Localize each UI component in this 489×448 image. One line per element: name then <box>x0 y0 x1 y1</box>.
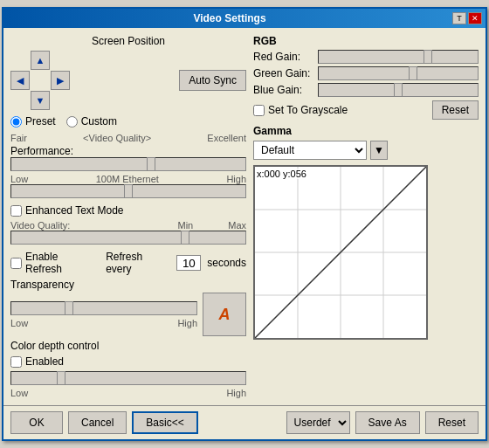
green-gain-row: Green Gain: <box>253 66 479 80</box>
cancel-button[interactable]: Cancel <box>68 411 127 434</box>
trans-sliders: Low High <box>10 301 197 328</box>
close-button[interactable]: ✕ <box>468 12 482 24</box>
gamma-curve-canvas[interactable]: x:000 y:056 <box>253 165 428 340</box>
transparency-inner: Low High A <box>10 293 246 336</box>
curve-coords: x:000 y:056 <box>257 169 306 179</box>
arrow-left-button[interactable]: ◀ <box>10 71 30 90</box>
arrow-grid: ▲ ◀ ▶ ▼ <box>10 51 70 110</box>
basic-button[interactable]: Basic<< <box>132 411 197 434</box>
arrow-down-button[interactable]: ▼ <box>31 91 50 110</box>
left-panel: Screen Position ▲ ◀ ▶ ▼ Auto Sync <box>10 35 246 398</box>
bottom-right-buttons: Userdef Save As Reset <box>286 411 479 434</box>
title-t-button[interactable]: T <box>452 12 466 24</box>
video-settings-window: Video Settings T ✕ Screen Position ▲ ◀ ▶ <box>2 7 487 441</box>
arrow-empty-tr <box>51 51 70 70</box>
preset-custom-row: Preset Custom <box>10 115 246 128</box>
seconds-label: seconds <box>207 257 246 269</box>
grayscale-row: Set To Grayscale Reset <box>253 100 479 120</box>
enabled-row: Enabled <box>10 355 246 368</box>
enable-refresh-label: Enable Refresh <box>25 251 97 275</box>
video-quality-section: Video Quality: Min Max <box>10 220 246 247</box>
cd-high-label: High <box>226 388 246 398</box>
bandwidth-labels: Low 100M Ethernet High <box>10 174 246 184</box>
transparency-label: Transparency <box>10 279 246 291</box>
main-content: Screen Position ▲ ◀ ▶ ▼ Auto Sync <box>3 28 486 405</box>
trans-high-label: High <box>177 318 197 328</box>
bandwidth-slider[interactable] <box>10 184 246 198</box>
trans-low-label: Low <box>10 318 28 328</box>
preset-radio-label[interactable]: Preset <box>10 115 56 128</box>
save-as-button[interactable]: Save As <box>355 411 420 434</box>
right-panel: RGB Red Gain: Green Gain: Blue Gain: Set… <box>253 35 479 398</box>
arrow-empty-tl <box>10 51 30 70</box>
blue-gain-label: Blue Gain: <box>253 84 314 96</box>
red-gain-row: Red Gain: <box>253 50 479 64</box>
gamma-arrow[interactable]: ▼ <box>370 141 388 160</box>
bw-low-label: Low <box>10 174 28 184</box>
transparency-slider[interactable] <box>10 301 197 315</box>
preset-radio[interactable] <box>10 116 22 128</box>
grayscale-checkbox[interactable] <box>253 105 265 116</box>
custom-label: Custom <box>81 115 117 128</box>
altusen-logo: A <box>203 293 246 336</box>
arrow-empty-bl <box>10 91 30 110</box>
performance-slider[interactable] <box>10 157 246 171</box>
enable-refresh-row: Enable Refresh Refresh every seconds <box>10 251 246 275</box>
reset-button[interactable]: Reset <box>425 411 479 434</box>
green-gain-label: Green Gain: <box>253 67 314 79</box>
enabled-checkbox[interactable] <box>10 356 22 368</box>
trans-labels: Low High <box>10 318 197 328</box>
bottom-left-buttons: OK Cancel Basic<< <box>10 411 198 434</box>
enable-refresh-checkbox[interactable] <box>10 258 22 269</box>
vq-label: Video Quality: <box>10 220 70 231</box>
transparency-section: Transparency Low High A <box>10 279 246 336</box>
performance-labels: Fair <Video Quality> Excellent <box>10 133 246 143</box>
userdef-select[interactable]: Userdef <box>286 411 350 434</box>
bottom-bar: OK Cancel Basic<< Userdef Save As Reset <box>3 405 486 439</box>
screen-position-section: Screen Position ▲ ◀ ▶ ▼ Auto Sync <box>10 35 246 110</box>
video-quality-slider[interactable] <box>10 231 246 245</box>
enhanced-text-label: Enhanced Text Mode <box>25 204 124 217</box>
red-gain-label: Red Gain: <box>253 51 314 63</box>
enhanced-text-row: Enhanced Text Mode <box>10 204 246 217</box>
performance-label: Performance: <box>10 145 246 157</box>
color-depth-slider[interactable] <box>10 371 246 385</box>
arrow-center <box>31 71 50 90</box>
red-gain-slider[interactable] <box>318 50 479 64</box>
gamma-label: Gamma <box>253 125 479 137</box>
title-bar-buttons: T ✕ <box>452 12 482 24</box>
gamma-select[interactable]: Default 1.0 1.5 2.0 2.5 <box>253 141 367 160</box>
bw-high-label: High <box>226 174 246 184</box>
window-title: Video Settings <box>7 12 452 24</box>
auto-sync-button[interactable]: Auto Sync <box>179 70 246 91</box>
bw-mid-label: 100M Ethernet <box>28 174 226 184</box>
vq-min-label: Min <box>177 220 193 231</box>
preset-label: Preset <box>25 115 56 128</box>
cd-labels: Low High <box>10 388 246 398</box>
enabled-label: Enabled <box>25 355 64 368</box>
blue-gain-row: Blue Gain: <box>253 83 479 97</box>
arrow-empty-br <box>51 91 70 110</box>
refresh-seconds-input[interactable] <box>176 255 201 271</box>
gamma-curve-svg <box>255 167 426 338</box>
cd-low-label: Low <box>10 388 28 398</box>
green-gain-slider[interactable] <box>318 66 479 80</box>
custom-radio[interactable] <box>66 116 78 128</box>
color-depth-label: Color depth control <box>10 340 246 352</box>
gamma-row: Default 1.0 1.5 2.0 2.5 ▼ <box>253 141 479 160</box>
arrow-up-button[interactable]: ▲ <box>31 51 50 70</box>
enhanced-text-checkbox[interactable] <box>10 205 22 217</box>
perf-high-label: Excellent <box>207 133 246 143</box>
blue-gain-slider[interactable] <box>318 83 479 97</box>
rgb-label: RGB <box>253 35 479 47</box>
screen-position-label: Screen Position <box>10 35 246 47</box>
custom-radio-label[interactable]: Custom <box>66 115 117 128</box>
perf-mid-label: <Video Quality> <box>27 133 207 143</box>
vq-max-label: Max <box>228 220 246 231</box>
rgb-reset-button[interactable]: Reset <box>432 100 479 120</box>
refresh-every-label: Refresh every <box>106 251 170 275</box>
arrow-right-button[interactable]: ▶ <box>51 71 70 90</box>
color-depth-section: Color depth control Enabled Low High <box>10 340 246 398</box>
ok-button[interactable]: OK <box>10 411 63 434</box>
vq-header: Video Quality: Min Max <box>10 220 246 231</box>
